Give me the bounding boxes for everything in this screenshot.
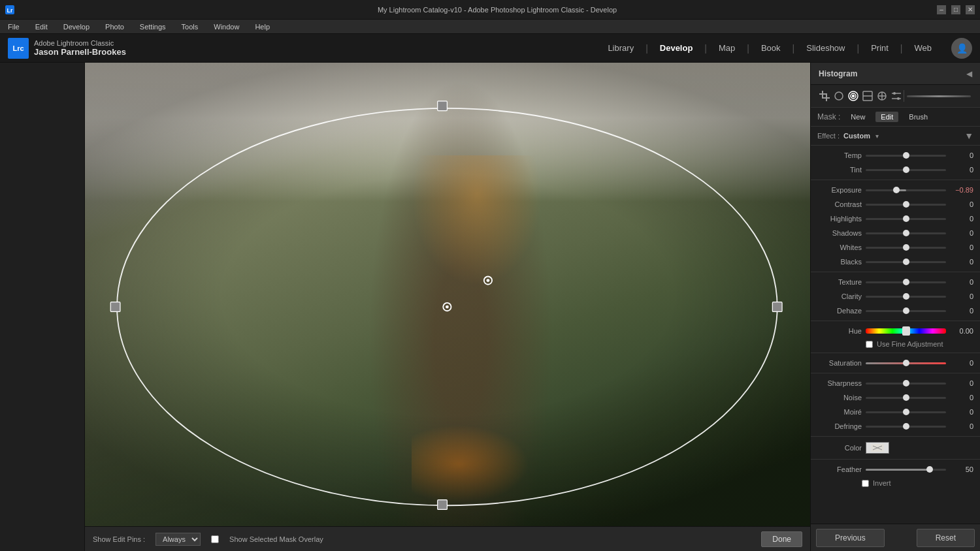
window-title: My Lightroom Catalog-v10 - Adobe Photosh…: [57, 6, 937, 14]
radial-gradient-tool-icon[interactable]: [846, 89, 860, 103]
sharpness-thumb[interactable]: [903, 380, 909, 386]
range-tool-icon[interactable]: [889, 89, 904, 103]
texture-track[interactable]: [866, 281, 946, 283]
nav-web[interactable]: Web: [906, 39, 941, 57]
effect-collapse-arrow[interactable]: ▼: [964, 131, 973, 141]
feather-track[interactable]: [866, 469, 946, 471]
mask-row: Mask : New Edit Brush: [811, 108, 980, 127]
blacks-thumb[interactable]: [903, 259, 909, 265]
contrast-track[interactable]: [866, 204, 946, 206]
blacks-value: 0: [950, 258, 973, 266]
photo-container[interactable]: [85, 63, 810, 526]
sep-7: [811, 459, 980, 460]
user-avatar[interactable]: 👤: [951, 38, 972, 59]
healing-tool-icon[interactable]: [832, 89, 846, 103]
invert-checkbox[interactable]: [862, 480, 869, 487]
saturation-slider-row: Saturation 0: [811, 356, 980, 370]
histogram-title: Histogram: [819, 69, 857, 78]
mask-edit-button[interactable]: Edit: [875, 112, 898, 122]
menu-edit[interactable]: Edit: [33, 22, 50, 32]
tint-thumb[interactable]: [903, 166, 909, 173]
nav-book[interactable]: Book: [752, 39, 790, 57]
clarity-track[interactable]: [866, 296, 946, 298]
exposure-track[interactable]: [866, 189, 946, 191]
nav-sep-6: |: [900, 43, 903, 54]
edit-pins-select[interactable]: Always: [155, 533, 201, 546]
minimize-button[interactable]: –: [937, 5, 946, 14]
whites-track[interactable]: [866, 247, 946, 249]
shadows-thumb[interactable]: [903, 230, 909, 236]
window-controls[interactable]: – □ ✕: [937, 5, 975, 14]
menu-settings[interactable]: Settings: [137, 22, 169, 32]
fine-adjustment-checkbox[interactable]: [866, 341, 873, 348]
main-area: Show Edit Pins : Always Show Selected Ma…: [0, 63, 980, 551]
effect-value[interactable]: Custom: [843, 132, 870, 140]
sliders-section: Temp 0 Tint 0 Exposure: [811, 146, 980, 524]
close-button[interactable]: ✕: [966, 5, 975, 14]
defringe-track[interactable]: [866, 426, 946, 428]
noise-track[interactable]: [866, 397, 946, 399]
menu-develop[interactable]: Develop: [61, 22, 92, 32]
tint-track[interactable]: [866, 169, 946, 171]
top-nav: Lrc Adobe Lightroom Classic Jason Parnel…: [0, 34, 980, 63]
whites-thumb[interactable]: [903, 244, 909, 251]
dehaze-thumb[interactable]: [903, 307, 909, 314]
highlights-track[interactable]: [866, 218, 946, 220]
texture-thumb[interactable]: [903, 279, 909, 285]
temp-track[interactable]: [866, 155, 946, 157]
saturation-track[interactable]: [866, 362, 946, 364]
contrast-thumb[interactable]: [903, 201, 909, 208]
invert-row: Invert: [811, 477, 980, 490]
crop-tool-icon[interactable]: [817, 89, 832, 103]
dehaze-track[interactable]: [866, 310, 946, 312]
histogram-header: Histogram ◀: [811, 63, 980, 85]
hue-thumb[interactable]: [902, 326, 910, 336]
effect-row: Effect : Custom ▾ ▼: [811, 127, 980, 146]
menu-window[interactable]: Window: [211, 22, 242, 32]
clarity-thumb[interactable]: [903, 293, 909, 300]
exposure-thumb[interactable]: [893, 187, 900, 193]
mask-new-button[interactable]: New: [845, 112, 870, 122]
effect-dropdown-arrow[interactable]: ▾: [875, 133, 879, 140]
nav-library[interactable]: Library: [598, 39, 643, 57]
moire-track[interactable]: [866, 411, 946, 413]
shadows-track[interactable]: [866, 232, 946, 234]
menu-tools[interactable]: Tools: [179, 22, 201, 32]
highlights-thumb[interactable]: [903, 215, 909, 222]
blacks-track[interactable]: [866, 261, 946, 263]
defringe-thumb[interactable]: [903, 423, 909, 430]
done-button[interactable]: Done: [761, 531, 802, 547]
logo-area: Lrc Adobe Lightroom Classic Jason Parnel…: [8, 38, 126, 59]
menu-photo[interactable]: Photo: [103, 22, 127, 32]
show-overlay-checkbox[interactable]: [211, 535, 219, 543]
exposure-label: Exposure: [817, 186, 862, 194]
graduated-filter-icon[interactable]: [860, 89, 875, 103]
histogram-collapse-arrow[interactable]: ◀: [966, 69, 972, 78]
tool-icons-row: [811, 85, 980, 108]
nav-print[interactable]: Print: [862, 39, 898, 57]
sharpness-track[interactable]: [866, 383, 946, 385]
noise-thumb[interactable]: [903, 394, 909, 401]
whites-slider-row: Whites 0: [811, 240, 980, 255]
moire-thumb[interactable]: [903, 409, 909, 415]
tint-slider-row: Tint 0: [811, 163, 980, 177]
menu-file[interactable]: File: [5, 22, 22, 32]
mask-brush-button[interactable]: Brush: [904, 112, 933, 122]
nav-map[interactable]: Map: [710, 39, 744, 57]
nav-develop[interactable]: Develop: [651, 39, 702, 57]
hue-track[interactable]: [866, 328, 946, 334]
nav-slideshow[interactable]: Slideshow: [797, 39, 854, 57]
nav-sep-5: |: [857, 43, 859, 54]
tool-range-slider[interactable]: [907, 95, 971, 97]
menu-help[interactable]: Help: [252, 22, 272, 32]
maximize-button[interactable]: □: [951, 5, 960, 14]
color-range-icon[interactable]: [875, 89, 889, 103]
previous-button[interactable]: Previous: [816, 529, 885, 547]
reset-button[interactable]: Reset: [917, 529, 975, 547]
temp-thumb[interactable]: [903, 152, 909, 159]
color-swatch[interactable]: [866, 442, 889, 454]
saturation-thumb[interactable]: [903, 360, 909, 366]
feather-thumb[interactable]: [926, 466, 933, 473]
highlights-value: 0: [950, 215, 973, 223]
effect-label: Effect :: [817, 132, 840, 140]
